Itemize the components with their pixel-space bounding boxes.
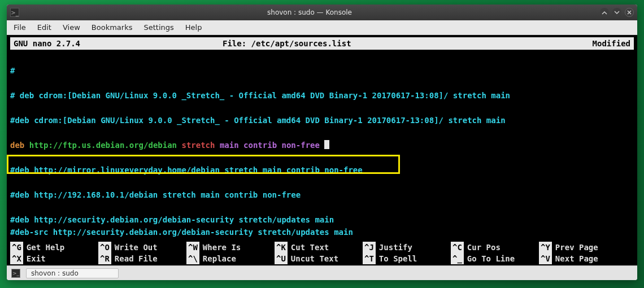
editor-line: #deb cdrom:[Debian GNU/Linux 9.0.0 _Stre… <box>10 114 634 126</box>
minimize-button[interactable] <box>600 8 609 17</box>
window-title: shovon : sudo — Konsole <box>24 8 595 16</box>
shortcut-replace: ^\Replace <box>186 253 275 264</box>
editor-line: # deb cdrom:[Debian GNU/Linux 9.0.0 _Str… <box>10 89 634 102</box>
terminal-tab-label: shovon : sudo <box>31 269 79 277</box>
editor-line: #deb-src http://security.debian.org/debi… <box>10 226 634 238</box>
shortcut-go-to-line: ^_Go To Line <box>451 253 539 264</box>
shortcut-to-spell: ^TTo Spell <box>363 253 451 264</box>
editor-active-line: deb http://ftp.us.debian.org/debian stre… <box>10 139 634 151</box>
shortcut-cut-text: ^KCut Text <box>275 242 363 253</box>
shortcut-uncut-text: ^UUncut Text <box>275 253 363 264</box>
shortcut-prev-page: ^YPrev Page <box>539 242 627 253</box>
konsole-tab-bar: >_ shovon : sudo <box>7 265 637 280</box>
menu-settings[interactable]: Settings <box>143 23 173 32</box>
shortcut-get-help: ^GGet Help <box>10 242 98 253</box>
editor-line: #deb http://security.debian.org/debian-s… <box>10 213 634 226</box>
token-url: http://ftp.us.debian.org/debian <box>29 141 177 150</box>
shortcut-exit: ^XExit <box>10 253 98 264</box>
editor-line: #deb http://192.168.10.1/debian stretch … <box>10 189 634 201</box>
shortcut-read-file: ^RRead File <box>98 253 186 264</box>
token-components: main contrib non-free <box>220 141 320 150</box>
nano-shortcut-bar: ^GGet Help ^OWrite Out ^WWhere Is ^KCut … <box>10 242 634 264</box>
menu-bookmarks[interactable]: Bookmarks <box>92 23 133 32</box>
menu-file[interactable]: File <box>14 23 26 32</box>
editor-content: # # deb cdrom:[Debian GNU/Linux 9.0.0 _S… <box>10 50 634 238</box>
maximize-button[interactable] <box>612 8 621 17</box>
menu-bar: File Edit View Bookmarks Settings Help <box>7 20 637 35</box>
new-tab-icon[interactable]: >_ <box>11 269 20 278</box>
editor-line: # <box>10 64 634 77</box>
terminal-viewport[interactable]: GNU nano 2.7.4 File: /etc/apt/sources.li… <box>7 35 637 265</box>
app-icon: >_ <box>10 8 19 17</box>
menu-help[interactable]: Help <box>185 23 202 32</box>
nano-app-name: GNU nano 2.7.4 <box>14 39 80 48</box>
nano-header: GNU nano 2.7.4 File: /etc/apt/sources.li… <box>10 37 634 50</box>
menu-edit[interactable]: Edit <box>37 23 51 32</box>
konsole-window: >_ shovon : sudo — Konsole File Edit Vie… <box>7 5 637 280</box>
window-titlebar: >_ shovon : sudo — Konsole <box>7 5 637 20</box>
shortcut-where-is: ^WWhere Is <box>186 242 275 253</box>
shortcut-next-page: ^VNext Page <box>539 253 627 264</box>
text-cursor <box>324 140 329 149</box>
token-deb: deb <box>10 141 24 150</box>
terminal-tab[interactable]: shovon : sudo <box>26 268 119 278</box>
window-controls <box>600 8 634 17</box>
close-button[interactable] <box>625 8 634 17</box>
nano-status: Modified <box>593 39 630 48</box>
nano-file-label: File: /etc/apt/sources.list <box>223 39 351 48</box>
editor-line: #deb http://mirror.linuxeveryday.home/de… <box>10 164 634 176</box>
shortcut-write-out: ^OWrite Out <box>98 242 186 253</box>
token-dist: stretch <box>181 141 215 150</box>
shortcut-cur-pos: ^CCur Pos <box>451 242 539 253</box>
shortcut-row-1: ^GGet Help ^OWrite Out ^WWhere Is ^KCut … <box>10 242 634 253</box>
shortcut-row-2: ^XExit ^RRead File ^\Replace ^UUncut Tex… <box>10 253 634 264</box>
menu-view[interactable]: View <box>63 23 80 32</box>
shortcut-justify: ^JJustify <box>363 242 451 253</box>
